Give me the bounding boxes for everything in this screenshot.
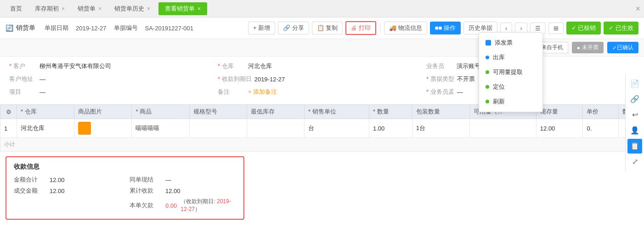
col-warehouse: * 仓库 — [17, 105, 74, 119]
row-image — [74, 119, 132, 138]
share-button[interactable]: 🔗 分享 — [278, 22, 309, 34]
form-area: 客户 柳州粤港平安气体有限公司 仓库 河北仓库 业务员 演示账号 客户地址 — — [0, 57, 644, 104]
customer-label: 客户 — [9, 62, 37, 70]
effective-button[interactable]: ✓ 已生效 — [604, 22, 638, 34]
payment-owe-row: 本单欠款 0.00 （收款到期日: 2019-12-27） — [130, 198, 236, 213]
project-field: 项目 — — [9, 88, 218, 96]
row-unit: 台 — [305, 119, 369, 138]
side-icon-1[interactable]: 📄 — [627, 76, 642, 91]
customer-value: 柳州粤港平安气体有限公司 — [37, 62, 114, 70]
dot-blue-icon — [486, 56, 489, 59]
row-pack-qty: 1台 — [412, 119, 469, 138]
tab-inventory-init[interactable]: 库存期初 × — [28, 0, 71, 17]
side-icon-5[interactable]: 📋 — [627, 139, 642, 154]
operations-button[interactable]: ■■ 操作 — [430, 22, 461, 34]
customer-field: 客户 柳州粤港平安气体有限公司 — [9, 62, 218, 70]
date-label: 单据日期 — [45, 24, 68, 32]
row-product: 嘻嘻嘻嘻 — [132, 119, 189, 138]
subtotal-label: 小计 — [0, 138, 644, 152]
dropdown-refresh[interactable]: 刷新 — [479, 94, 542, 109]
dropdown-add-invoice[interactable]: 添发票 — [479, 35, 542, 50]
col-gear: ⚙ — [0, 105, 17, 119]
close-tab-sales-history[interactable]: × — [147, 6, 150, 12]
payment-date-field: 收款到期日 2019-12-27 — [218, 75, 426, 83]
side-icon-4[interactable]: 👤 — [627, 123, 642, 138]
not-opened-button[interactable]: ● 未开票 — [572, 42, 604, 53]
payment-settlement-value: — — [165, 177, 171, 183]
print-button[interactable]: 🖨 打印 — [345, 21, 376, 35]
confirm-button[interactable]: ✓ 已确认 — [607, 42, 638, 53]
second-toolbar: 📱 来自手机 ● 未开票 ✓ 已确认 — [0, 39, 644, 57]
tab-view-sales-order[interactable]: 查看销货单 × — [158, 2, 207, 15]
sales-staff-label: 业务员孟 — [426, 88, 454, 96]
sales-order-icon: 🔄 — [6, 24, 13, 32]
payment-owe-note: （收款到期日: 2019-12-27） — [181, 198, 236, 213]
main-content: 🔄 销货单 单据日期 2019-12-27 单据编号 SA-20191227-0… — [0, 17, 644, 245]
ticket-value: 不开票 — [454, 75, 478, 83]
dot-green-icon2 — [486, 85, 489, 89]
side-icon-2[interactable]: 🔗 — [627, 92, 642, 107]
project-value: — — [37, 89, 48, 96]
col-unit: * 销售单位 — [305, 105, 369, 119]
square-icon — [486, 40, 491, 46]
close-tab-view-sales[interactable]: × — [198, 6, 201, 12]
operations-dropdown: 添发票 出库 可用量提取 定位 刷新 — [479, 32, 543, 112]
tab-sales-order[interactable]: 销货单 × — [71, 0, 108, 17]
row-spec — [189, 119, 247, 138]
payment-section: 收款信息 金额合计 12.00 同单现结 — 成交金额 12.00 累计收款 1… — [6, 156, 244, 220]
window-close-button[interactable]: × — [635, 4, 640, 13]
tab-bar: 首页 库存期初 × 销货单 × 销货单历史 × 查看销货单 × × — [0, 0, 644, 17]
payment-owe-label: 本单欠款 — [130, 201, 162, 210]
tab-home[interactable]: 首页 — [4, 0, 28, 17]
address-value: — — [37, 76, 48, 83]
side-icons-panel: 📄 🔗 ↩ 👤 📋 ⤢ — [625, 74, 644, 171]
table-row: 1 河北仓库 嘻嘻嘻嘻 台 1.00 1台 12.00 0. — [0, 119, 644, 138]
date-value: 2019-12-27 — [76, 25, 107, 32]
copy-button[interactable]: 📋 复制 — [312, 22, 343, 34]
note-field: 备注 + 添加备注 — [218, 88, 426, 96]
staff-label: 业务员 — [426, 62, 454, 70]
payment-date-label: 收款到期日 — [218, 75, 252, 83]
payment-total-label: 金额合计 — [14, 176, 46, 184]
separator — [380, 23, 380, 33]
col-pack-qty: 包装数量 — [412, 105, 469, 119]
address-field: 客户地址 — — [9, 75, 218, 83]
close-tab-inventory[interactable]: × — [62, 6, 65, 12]
warehouse-value: 河北仓库 — [245, 62, 275, 70]
close-tab-sales[interactable]: × — [98, 6, 102, 12]
col-image: 商品图片 — [74, 105, 132, 119]
side-icon-expand[interactable]: ⤢ — [627, 154, 642, 169]
payment-cumulative-row: 累计收款 12.00 — [130, 187, 236, 195]
toolbar: + 新增 🔗 分享 📋 复制 🖨 打印 🚚 物流信息 ■■ 操作 — [248, 21, 638, 35]
row-warehouse: 河北仓库 — [17, 119, 74, 138]
add-button[interactable]: + 新增 — [248, 22, 275, 34]
product-image — [78, 122, 91, 135]
row-min-stock — [247, 119, 304, 138]
table-header-row: ⚙ * 仓库 商品图片 * 商品 规格型号 最低库存 * 销售单位 * 数量 包… — [0, 105, 644, 119]
warehouse-field: 仓库 河北仓库 — [218, 62, 426, 70]
address-label: 客户地址 — [9, 75, 37, 83]
dropdown-locate[interactable]: 定位 — [479, 80, 542, 94]
doc-meta: 单据日期 2019-12-27 单据编号 SA-20191227-001 — [45, 24, 193, 32]
no-value: SA-20191227-001 — [145, 25, 194, 32]
view-grid-button[interactable]: ⊞ — [548, 23, 564, 34]
payment-deal-value: 12.00 — [50, 188, 65, 194]
payment-settlement-label: 同单现结 — [130, 176, 162, 184]
row-available — [469, 119, 536, 138]
tab-sales-history[interactable]: 销货单历史 × — [108, 0, 157, 17]
dropdown-available[interactable]: 可用量提取 — [479, 65, 542, 80]
row-stock: 12.00 — [536, 119, 583, 138]
col-price: 单价 — [583, 105, 619, 119]
sold-out-button[interactable]: ✓ 已核销 — [566, 22, 601, 34]
products-table: ⚙ * 仓库 商品图片 * 商品 规格型号 最低库存 * 销售单位 * 数量 包… — [0, 104, 644, 152]
dropdown-outbound[interactable]: 出库 — [479, 50, 542, 65]
row-no: 1 — [0, 119, 17, 138]
dot-icon: ● — [577, 45, 580, 51]
payment-deal-row: 成交金额 12.00 — [14, 187, 120, 195]
logistics-button[interactable]: 🚚 物流信息 — [384, 22, 427, 34]
col-qty: * 数量 — [369, 105, 412, 119]
dot-green-icon1 — [486, 70, 489, 74]
side-icon-3[interactable]: ↩ — [627, 108, 642, 122]
add-note-btn[interactable]: + 添加备注 — [245, 88, 280, 96]
payment-date-value: 2019-12-27 — [252, 76, 288, 83]
